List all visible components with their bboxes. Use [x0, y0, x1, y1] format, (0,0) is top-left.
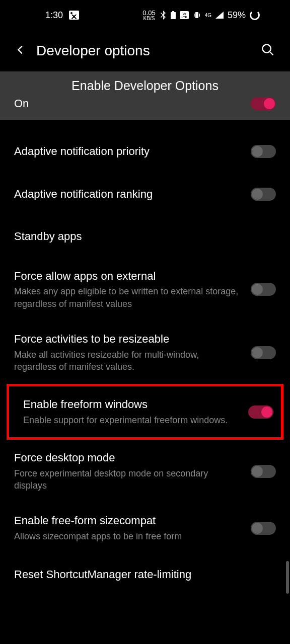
- data-rate-icon: 0.05 KB/S: [142, 10, 155, 21]
- setting-subtitle: Makes any app eligible to be written to …: [14, 285, 241, 310]
- setting-title: Force allow apps on external: [14, 269, 241, 284]
- vibrate-icon: [193, 11, 201, 19]
- developer-options-toggle[interactable]: [251, 97, 276, 110]
- toggle-adaptive-notification-ranking[interactable]: [251, 188, 276, 201]
- svg-text:LTE: LTE: [181, 16, 187, 19]
- svg-rect-0: [171, 12, 176, 19]
- toggle-force-resizeable[interactable]: [251, 346, 276, 359]
- loading-spinner-icon: [250, 10, 260, 20]
- setting-title: Force activities to be resizeable: [14, 332, 241, 347]
- setting-title: Adaptive notification priority: [14, 144, 241, 159]
- signal-icon: [215, 12, 224, 19]
- toggle-enable-freeform-windows[interactable]: [248, 406, 273, 419]
- toggle-force-desktop-mode[interactable]: [251, 465, 276, 478]
- volte-icon: VoLTE: [180, 11, 189, 19]
- setting-subtitle: Allows sizecompat apps to be in free for…: [14, 530, 241, 542]
- svg-rect-5: [195, 12, 198, 18]
- toggle-adaptive-notification-priority[interactable]: [251, 145, 276, 158]
- banner-status: On: [14, 97, 29, 110]
- setting-adaptive-notification-ranking[interactable]: Adaptive notification ranking: [14, 173, 276, 216]
- battery-percentage: 59%: [228, 10, 246, 21]
- developer-options-banner: Enable Developer Options On: [0, 71, 290, 120]
- svg-line-9: [270, 52, 273, 55]
- setting-standby-apps[interactable]: Standby apps: [14, 215, 276, 258]
- setting-title: Enable freeform windows: [23, 397, 238, 412]
- bluetooth-icon: [160, 11, 167, 20]
- status-right: 0.05 KB/S VoLTE 4G 59%: [142, 10, 260, 21]
- network-4g-icon: 4G: [205, 13, 211, 18]
- setting-title: Adaptive notification ranking: [14, 187, 241, 202]
- page-title: Developer options: [36, 43, 251, 59]
- svg-point-8: [263, 45, 271, 53]
- status-time: 1:30: [45, 10, 63, 21]
- setting-force-desktop-mode[interactable]: Force desktop mode Force experimental de…: [14, 440, 276, 503]
- setting-reset-shortcut-manager[interactable]: Reset ShortcutManager rate-limiting: [14, 553, 276, 596]
- svg-rect-7: [199, 14, 200, 17]
- setting-enable-freeform-windows[interactable]: Enable freeform windows Enable support f…: [7, 384, 283, 440]
- scrollbar[interactable]: [286, 561, 289, 594]
- toggle-force-allow-external[interactable]: [251, 283, 276, 296]
- battery-small-icon: [171, 11, 176, 19]
- setting-subtitle: Make all activities resizeable for multi…: [14, 349, 241, 373]
- toggle-freeform-sizecompat[interactable]: [251, 522, 276, 535]
- svg-rect-6: [194, 14, 195, 17]
- setting-title: Enable free-form sizecompat: [14, 514, 241, 528]
- svg-rect-1: [172, 11, 174, 12]
- image-icon: [69, 11, 79, 20]
- setting-subtitle: Enable support for experimental freeform…: [23, 414, 238, 426]
- status-left: 1:30: [45, 10, 79, 21]
- setting-freeform-sizecompat[interactable]: Enable free-form sizecompat Allows sizec…: [14, 503, 276, 553]
- header: Developer options: [0, 30, 290, 71]
- setting-force-resizeable[interactable]: Force activities to be resizeable Make a…: [14, 321, 276, 384]
- setting-title: Force desktop mode: [14, 451, 241, 465]
- setting-force-allow-external[interactable]: Force allow apps on external Makes any a…: [14, 258, 276, 321]
- search-icon[interactable]: [261, 43, 275, 59]
- setting-subtitle: Force experimental desktop mode on secon…: [14, 467, 241, 492]
- setting-title: Standby apps: [14, 229, 276, 244]
- status-bar: 1:30 0.05 KB/S VoLTE 4G 59%: [0, 0, 290, 30]
- svg-text:Vo: Vo: [182, 12, 186, 15]
- back-icon[interactable]: [15, 44, 26, 57]
- banner-title: Enable Developer Options: [14, 78, 276, 93]
- settings-list: Adaptive notification priority Adaptive …: [0, 130, 290, 596]
- setting-title: Reset ShortcutManager rate-limiting: [14, 568, 276, 582]
- setting-adaptive-notification-priority[interactable]: Adaptive notification priority: [14, 130, 276, 173]
